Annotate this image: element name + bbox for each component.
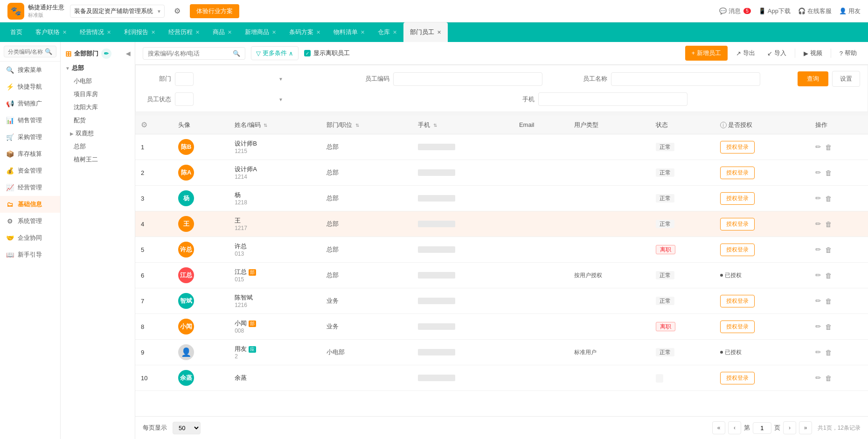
sidebar-item-purchase[interactable]: 🛒 采购管理 <box>0 129 60 146</box>
delete-icon[interactable]: 🗑 <box>825 195 832 202</box>
sidebar-item-search[interactable]: 🔍 搜索菜单 <box>0 62 60 78</box>
help-button[interactable]: ? 帮助 <box>836 47 861 60</box>
dept-item-zongbu-sub[interactable]: 总部 <box>61 140 135 153</box>
system-title[interactable]: 装备及固定资产辅助管理系统 <box>70 5 165 18</box>
delete-icon[interactable]: 🗑 <box>825 297 832 305</box>
dept-select[interactable] <box>175 72 194 86</box>
nav-item-barcode[interactable]: 条码方案 ✕ <box>283 22 327 42</box>
nav-close-customer[interactable]: ✕ <box>62 29 67 35</box>
dept-item-peihuo[interactable]: 配货 <box>61 114 135 127</box>
search-input[interactable] <box>148 50 230 57</box>
page-size-select[interactable]: 50 100 <box>173 422 201 434</box>
user-menu[interactable]: 👤 用友 <box>839 7 861 15</box>
sidebar-item-inventory[interactable]: 📦 库存核算 <box>0 146 60 162</box>
nav-item-customer[interactable]: 客户联络 ✕ <box>29 22 73 42</box>
delete-icon[interactable]: 🗑 <box>825 374 832 382</box>
online-service-button[interactable]: 🎧 在线客服 <box>798 7 832 15</box>
nav-close-barcode[interactable]: ✕ <box>316 29 320 35</box>
sidebar-item-basic-info[interactable]: 🗂 基础信息 <box>0 196 60 213</box>
nav-close-employees[interactable]: ✕ <box>437 29 441 35</box>
auth-button[interactable]: 授权登录 <box>720 321 755 333</box>
edit-icon[interactable]: ✏ <box>815 194 821 202</box>
edit-icon[interactable]: ✏ <box>815 168 821 177</box>
nav-item-home[interactable]: 首页 <box>4 22 29 42</box>
nav-item-profit[interactable]: 利润报告 ✕ <box>118 22 162 42</box>
settings-icon[interactable]: ⚙ <box>170 4 184 18</box>
auth-button[interactable]: 授权登录 <box>720 372 755 384</box>
nav-item-ops[interactable]: 经营情况 ✕ <box>73 22 118 42</box>
sidebar-item-enterprise[interactable]: 🤝 企业协同 <box>0 230 60 246</box>
prev-page-button[interactable]: ‹ <box>728 421 741 434</box>
dept-collapse-icon[interactable]: ◀ <box>126 50 130 57</box>
auth-button[interactable]: 授权登录 <box>720 141 755 153</box>
emp-name-input[interactable] <box>611 72 760 86</box>
delete-icon[interactable]: 🗑 <box>825 169 832 177</box>
sidebar-item-sales[interactable]: 📊 销售管理 <box>0 112 60 129</box>
show-inactive-checkbox[interactable]: ✓ <box>304 50 311 56</box>
dept-edit-icon[interactable]: ✏ <box>101 49 111 59</box>
edit-icon[interactable]: ✏ <box>815 271 821 279</box>
show-inactive-toggle[interactable]: ✓ 显示离职员工 <box>304 49 350 57</box>
nav-close-history[interactable]: ✕ <box>195 29 200 35</box>
nav-item-employees[interactable]: 部门员工 ✕ <box>403 22 448 42</box>
next-page-button[interactable]: › <box>783 421 796 434</box>
auth-button[interactable]: 授权登录 <box>720 192 755 205</box>
emp-status-select[interactable] <box>175 92 194 106</box>
page-number-input[interactable] <box>753 422 771 434</box>
edit-icon[interactable]: ✏ <box>815 143 821 151</box>
nav-close-goods[interactable]: ✕ <box>228 29 232 35</box>
delete-icon[interactable]: 🗑 <box>825 143 832 151</box>
auth-button[interactable]: 授权登录 <box>720 167 755 179</box>
nav-item-bom[interactable]: 物料清单 ✕ <box>327 22 371 42</box>
edit-icon[interactable]: ✏ <box>815 297 821 305</box>
first-page-button[interactable]: « <box>712 421 725 434</box>
sort-dept-icon[interactable]: ⇅ <box>355 123 359 128</box>
dept-item-shuangluxiang[interactable]: ▶ 双鹿想 <box>61 127 135 140</box>
sidebar-item-finance[interactable]: 💰 资金管理 <box>0 162 60 179</box>
sort-phone-icon[interactable]: ⇅ <box>433 123 437 128</box>
dept-item-project[interactable]: 项目库房 <box>61 88 135 101</box>
dept-item-zhishu[interactable]: 植树王二 <box>61 153 135 166</box>
dept-item-zongbu-parent[interactable]: ▼ 总部 <box>61 62 135 75</box>
sidebar-item-quick-nav[interactable]: ⚡ 快捷导航 <box>0 78 60 95</box>
sidebar-search-input[interactable] <box>8 49 45 55</box>
nav-close-bom[interactable]: ✕ <box>361 29 365 35</box>
edit-icon[interactable]: ✏ <box>815 322 821 331</box>
delete-icon[interactable]: 🗑 <box>825 220 832 228</box>
sidebar-item-ops-mgmt[interactable]: 📈 经营管理 <box>0 179 60 196</box>
nav-close-ops[interactable]: ✕ <box>107 29 111 35</box>
delete-icon[interactable]: 🗑 <box>825 246 832 254</box>
edit-icon[interactable]: ✏ <box>815 374 821 382</box>
edit-icon[interactable]: ✏ <box>815 348 821 356</box>
col-gear-icon[interactable]: ⚙ <box>141 121 147 129</box>
auth-button[interactable]: 授权登录 <box>720 218 755 230</box>
sort-name-icon[interactable]: ⇅ <box>264 123 267 128</box>
delete-icon[interactable]: 🗑 <box>825 272 832 279</box>
dept-item-shenyang[interactable]: 沈阳大库 <box>61 101 135 114</box>
last-page-button[interactable]: » <box>799 421 812 434</box>
emp-code-input[interactable] <box>393 72 542 86</box>
edit-icon[interactable]: ✏ <box>815 245 821 254</box>
nav-close-profit[interactable]: ✕ <box>151 29 155 35</box>
app-download-button[interactable]: 📱 App下载 <box>758 7 791 15</box>
edit-icon[interactable]: ✏ <box>815 220 821 228</box>
sidebar-item-system[interactable]: ⚙ 系统管理 <box>0 213 60 230</box>
message-button[interactable]: 💬 消息 5 <box>719 7 751 15</box>
trial-button[interactable]: 体验行业方案 <box>190 4 239 18</box>
nav-item-goods[interactable]: 商品 ✕ <box>206 22 238 42</box>
nav-item-history[interactable]: 经营历程 ✕ <box>162 22 206 42</box>
add-employee-button[interactable]: + 新增员工 <box>685 46 728 61</box>
nav-close-new-goods[interactable]: ✕ <box>272 29 276 35</box>
query-button[interactable]: 查询 <box>798 71 828 86</box>
auth-button[interactable]: 授权登录 <box>720 244 755 256</box>
phone-input[interactable] <box>538 92 687 106</box>
nav-close-warehouse[interactable]: ✕ <box>393 29 397 35</box>
nav-item-warehouse[interactable]: 仓库 ✕ <box>371 22 403 42</box>
sidebar-item-guide[interactable]: 📖 新手引导 <box>0 246 60 263</box>
video-button[interactable]: ▶ 视频 <box>800 47 826 60</box>
dept-item-xiaodian[interactable]: 小电部 <box>61 75 135 88</box>
auth-button[interactable]: 授权登录 <box>720 295 755 307</box>
reset-button[interactable]: 设置 <box>832 71 860 87</box>
delete-icon[interactable]: 🗑 <box>825 348 832 356</box>
delete-icon[interactable]: 🗑 <box>825 323 832 331</box>
